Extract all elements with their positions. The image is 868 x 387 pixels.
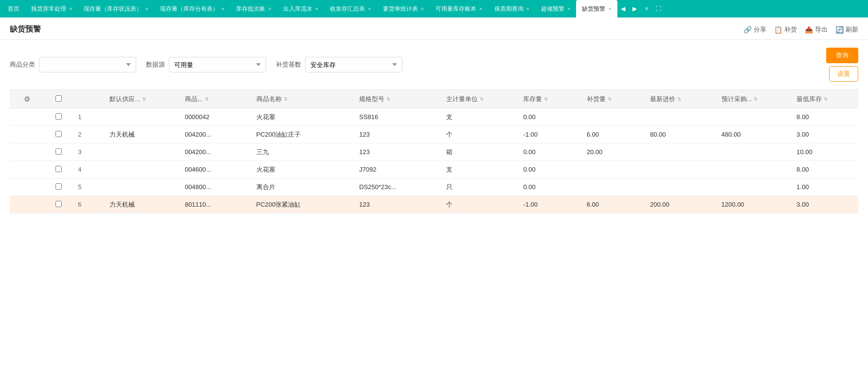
tab-close-icon[interactable]: × xyxy=(268,6,271,12)
row-name: PC200油缸庄子 xyxy=(252,126,355,143)
row-stock: 0.00 xyxy=(518,161,581,178)
sort-code-icon[interactable]: ⇅ xyxy=(205,96,209,102)
tab-1[interactable]: 拣货异常处理 × xyxy=(25,0,78,18)
sort-stock-icon[interactable]: ⇅ xyxy=(544,96,548,102)
tab-8[interactable]: 可用量库存账本 × xyxy=(430,0,488,18)
row-checkbox[interactable] xyxy=(55,113,62,120)
row-spec: J7092 xyxy=(354,161,441,178)
row-gear-col xyxy=(10,196,45,213)
row-latest-price: 200.00 xyxy=(645,196,717,213)
row-spec: SS816 xyxy=(354,108,441,126)
tab-label: 现存量（库存状况表） xyxy=(84,5,142,13)
row-supplier xyxy=(105,143,180,161)
tab-6[interactable]: 收发存汇总表 × xyxy=(324,0,377,18)
action-refresh[interactable]: 🔄 刷新 xyxy=(835,25,858,34)
query-button[interactable]: 查询 xyxy=(826,48,858,63)
th-settings: ⚙ xyxy=(10,90,45,108)
row-supplier xyxy=(105,108,180,126)
row-name: PC200张紧油缸 xyxy=(252,196,355,213)
row-checkbox[interactable] xyxy=(55,166,62,172)
row-gear-col xyxy=(10,108,45,126)
row-checkbox[interactable] xyxy=(55,201,62,207)
sort-est-purchase-icon[interactable]: ⇅ xyxy=(754,96,758,102)
row-min-stock: 8.00 xyxy=(792,161,858,178)
row-replenish: 20.00 xyxy=(582,143,645,161)
page-title: 缺货预警 xyxy=(10,24,41,35)
th-latest-price-label: 最新进价 xyxy=(650,95,675,104)
action-export[interactable]: 📤 导出 xyxy=(805,25,828,34)
row-checkbox[interactable] xyxy=(55,131,62,137)
tab-3[interactable]: 现存量（库存分布表） × xyxy=(154,0,230,18)
th-checkbox xyxy=(45,90,73,108)
tab-nav-next[interactable]: ▶ xyxy=(629,0,641,18)
tab-close-icon[interactable]: × xyxy=(145,6,148,12)
filter-datasource-select[interactable]: 可用量 库存量 xyxy=(169,57,266,72)
tab-close-icon[interactable]: × xyxy=(526,6,529,12)
row-checkbox-col xyxy=(45,196,73,213)
sort-spec-icon[interactable]: ⇅ xyxy=(386,96,390,102)
row-gear-col xyxy=(10,143,45,161)
tab-10[interactable]: 超储预警 × xyxy=(535,0,576,18)
tab-close-icon[interactable]: × xyxy=(69,6,72,12)
table-row: 4 004600... 火花塞 J7092 支 0.00 8.00 xyxy=(10,161,858,178)
row-unit: 只 xyxy=(441,178,518,196)
tab-close-active-icon[interactable]: × xyxy=(608,6,611,12)
tab-close-icon[interactable]: × xyxy=(221,6,224,12)
action-replenish-label: 补货 xyxy=(784,25,797,34)
row-min-stock: 3.00 xyxy=(792,126,858,143)
row-min-stock: 8.00 xyxy=(792,108,858,126)
page-header: 缺货预警 🔗 分享 📋 补货 📤 导出 🔄 刷新 xyxy=(0,18,868,40)
th-spec-label: 规格型号 xyxy=(359,95,384,104)
row-checkbox-col xyxy=(45,161,73,178)
tab-5[interactable]: 出入库流水 × xyxy=(277,0,324,18)
tab-close-icon[interactable]: × xyxy=(479,6,482,12)
row-checkbox[interactable] xyxy=(55,148,62,155)
action-replenish[interactable]: 📋 补货 xyxy=(774,25,797,34)
tab-close-icon[interactable]: × xyxy=(315,6,318,12)
sort-latest-price-icon[interactable]: ⇅ xyxy=(677,96,681,102)
tab-11[interactable]: 缺货预警 × xyxy=(576,0,617,18)
row-est-purchase xyxy=(717,161,792,178)
share-icon: 🔗 xyxy=(743,26,752,34)
tab-close-icon[interactable]: × xyxy=(567,6,570,12)
row-replenish: 6.00 xyxy=(582,196,645,213)
tab-2[interactable]: 现存量（库存状况表） × xyxy=(78,0,154,18)
tab-nav-prev[interactable]: ◀ xyxy=(617,0,629,18)
th-stock-label: 库存量 xyxy=(523,95,542,104)
tab-label: 库存批次账 xyxy=(236,5,265,13)
sort-unit-icon[interactable]: ⇅ xyxy=(480,96,484,102)
row-est-purchase xyxy=(717,108,792,126)
row-est-purchase xyxy=(717,143,792,161)
row-spec: 123 xyxy=(354,143,441,161)
row-est-purchase xyxy=(717,178,792,196)
row-name: 离合片 xyxy=(252,178,355,196)
tab-home[interactable]: 首页 xyxy=(2,0,25,18)
th-code: 商品... ⇅ xyxy=(180,90,252,108)
tab-7[interactable]: 要货单统计表 × xyxy=(377,0,430,18)
action-share[interactable]: 🔗 分享 xyxy=(743,25,766,34)
filter-group-datasource: 数据源 可用量 库存量 xyxy=(146,57,266,72)
action-refresh-label: 刷新 xyxy=(846,25,858,34)
row-unit: 个 xyxy=(441,126,518,143)
row-checkbox[interactable] xyxy=(55,183,62,190)
filter-replenish-select[interactable]: 安全库存 最低库存 xyxy=(305,57,402,72)
tab-fullscreen[interactable]: ⛶ xyxy=(652,0,664,18)
tab-close-icon[interactable]: × xyxy=(368,6,371,12)
tab-close-all[interactable]: × xyxy=(641,0,652,18)
sort-name-icon[interactable]: ⇅ xyxy=(284,96,288,102)
row-checkbox-col xyxy=(45,143,73,161)
settings-button[interactable]: 设置 xyxy=(829,66,858,82)
filter-category-select[interactable] xyxy=(39,57,136,72)
tab-4[interactable]: 库存批次账 × xyxy=(230,0,277,18)
sort-replenish-icon[interactable]: ⇅ xyxy=(608,96,612,102)
sort-min-stock-icon[interactable]: ⇅ xyxy=(824,96,828,102)
tab-label: 要货单统计表 xyxy=(383,5,418,13)
column-settings-icon[interactable]: ⚙ xyxy=(21,93,33,105)
row-index: 3 xyxy=(73,143,105,161)
tab-9[interactable]: 保质期查询 × xyxy=(488,0,535,18)
tab-close-icon[interactable]: × xyxy=(421,6,424,12)
row-checkbox-col xyxy=(45,126,73,143)
sort-supplier-icon[interactable]: ⇅ xyxy=(142,96,146,102)
select-all-checkbox[interactable] xyxy=(55,95,62,102)
row-replenish: 6.00 xyxy=(582,126,645,143)
